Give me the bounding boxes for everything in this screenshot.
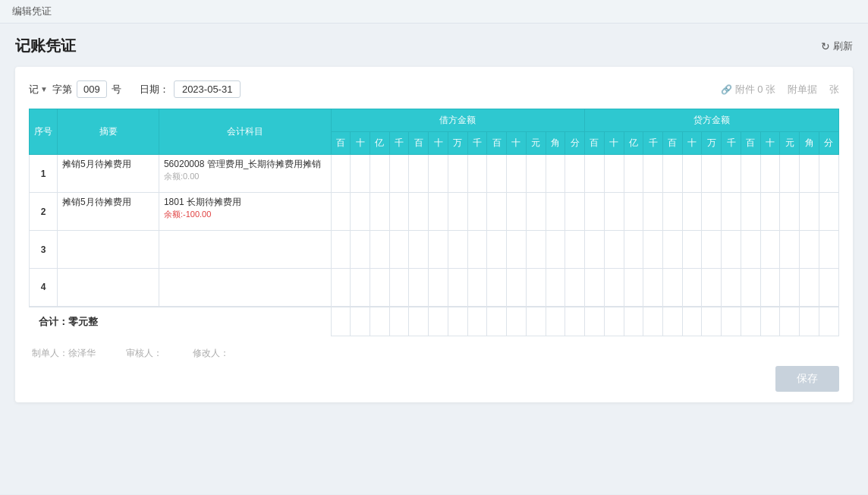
row-abstract-3[interactable]: [58, 269, 159, 307]
debit-digit-r2-c7[interactable]: [467, 231, 487, 269]
debit-digit-r3-c7[interactable]: [467, 269, 487, 307]
credit-digit-r2-c3[interactable]: [643, 231, 663, 269]
credit-digit-r1-c11[interactable]: [800, 193, 819, 231]
credit-digit-r3-c3[interactable]: [643, 269, 663, 307]
credit-digit-r1-c12[interactable]: [819, 193, 838, 231]
debit-digit-r3-c5[interactable]: [429, 269, 448, 307]
debit-digit-r2-c12[interactable]: [565, 231, 585, 269]
attach-form-label[interactable]: 附单据: [788, 83, 817, 96]
debit-digit-r0-c1[interactable]: [351, 155, 370, 193]
debit-digit-r0-c7[interactable]: [467, 155, 487, 193]
save-button[interactable]: 保存: [775, 366, 839, 392]
credit-digit-r3-c6[interactable]: [702, 269, 722, 307]
credit-digit-r0-c3[interactable]: [643, 155, 663, 193]
credit-digit-r1-c5[interactable]: [682, 193, 702, 231]
refresh-button[interactable]: ↻ 刷新: [821, 39, 853, 53]
credit-digit-r0-c12[interactable]: [819, 155, 838, 193]
credit-digit-r0-c7[interactable]: [722, 155, 741, 193]
debit-digit-r1-c7[interactable]: [467, 193, 487, 231]
debit-digit-r1-c8[interactable]: [487, 193, 507, 231]
credit-digit-r2-c11[interactable]: [800, 231, 819, 269]
credit-digit-r1-c3[interactable]: [643, 193, 663, 231]
row-abstract-1[interactable]: 摊销5月待摊费用: [58, 193, 159, 231]
debit-digit-r3-c2[interactable]: [370, 269, 389, 307]
credit-digit-r3-c5[interactable]: [682, 269, 702, 307]
debit-digit-r3-c11[interactable]: [546, 269, 565, 307]
debit-digit-r1-c0[interactable]: [331, 193, 351, 231]
credit-digit-r1-c7[interactable]: [722, 193, 741, 231]
debit-digit-r1-c2[interactable]: [370, 193, 389, 231]
debit-digit-r2-c3[interactable]: [389, 231, 409, 269]
debit-digit-r2-c11[interactable]: [546, 231, 565, 269]
debit-digit-r1-c9[interactable]: [507, 193, 527, 231]
voucher-type-select[interactable]: 记 ▼: [29, 83, 48, 96]
debit-digit-r0-c8[interactable]: [487, 155, 507, 193]
credit-digit-r2-c8[interactable]: [741, 231, 760, 269]
credit-digit-r3-c0[interactable]: [585, 269, 605, 307]
credit-digit-r3-c10[interactable]: [780, 269, 800, 307]
credit-digit-r1-c2[interactable]: [624, 193, 643, 231]
debit-digit-r1-c1[interactable]: [351, 193, 370, 231]
debit-digit-r3-c0[interactable]: [331, 269, 351, 307]
debit-digit-r2-c4[interactable]: [409, 231, 429, 269]
debit-digit-r0-c12[interactable]: [565, 155, 585, 193]
credit-digit-r2-c12[interactable]: [819, 231, 838, 269]
credit-digit-r0-c10[interactable]: [780, 155, 800, 193]
credit-digit-r2-c9[interactable]: [760, 231, 780, 269]
debit-digit-r3-c6[interactable]: [448, 269, 467, 307]
debit-digit-r0-c10[interactable]: [526, 155, 546, 193]
row-account-2[interactable]: [159, 231, 331, 269]
debit-digit-r1-c5[interactable]: [429, 193, 448, 231]
credit-digit-r2-c7[interactable]: [722, 231, 741, 269]
credit-digit-r3-c4[interactable]: [663, 269, 683, 307]
debit-digit-r2-c1[interactable]: [351, 231, 370, 269]
row-abstract-0[interactable]: 摊销5月待摊费用: [58, 155, 159, 193]
credit-digit-r2-c4[interactable]: [663, 231, 683, 269]
debit-digit-r1-c10[interactable]: [526, 193, 546, 231]
credit-digit-r0-c5[interactable]: [682, 155, 702, 193]
debit-digit-r2-c6[interactable]: [448, 231, 467, 269]
credit-digit-r0-c11[interactable]: [800, 155, 819, 193]
credit-digit-r1-c9[interactable]: [760, 193, 780, 231]
credit-digit-r2-c5[interactable]: [682, 231, 702, 269]
debit-digit-r1-c3[interactable]: [389, 193, 409, 231]
debit-digit-r0-c9[interactable]: [507, 155, 527, 193]
credit-digit-r0-c8[interactable]: [741, 155, 760, 193]
credit-digit-r2-c2[interactable]: [624, 231, 643, 269]
debit-digit-r3-c4[interactable]: [409, 269, 429, 307]
credit-digit-r2-c6[interactable]: [702, 231, 722, 269]
credit-digit-r1-c1[interactable]: [604, 193, 624, 231]
debit-digit-r0-c6[interactable]: [448, 155, 467, 193]
row-account-3[interactable]: [159, 269, 331, 307]
credit-digit-r3-c2[interactable]: [624, 269, 643, 307]
credit-digit-r3-c9[interactable]: [760, 269, 780, 307]
debit-digit-r1-c12[interactable]: [565, 193, 585, 231]
credit-digit-r0-c9[interactable]: [760, 155, 780, 193]
debit-digit-r0-c4[interactable]: [409, 155, 429, 193]
debit-digit-r2-c10[interactable]: [526, 231, 546, 269]
credit-digit-r0-c6[interactable]: [702, 155, 722, 193]
credit-digit-r3-c11[interactable]: [800, 269, 819, 307]
debit-digit-r1-c6[interactable]: [448, 193, 467, 231]
credit-digit-r1-c0[interactable]: [585, 193, 605, 231]
debit-digit-r0-c11[interactable]: [546, 155, 565, 193]
debit-digit-r3-c10[interactable]: [526, 269, 546, 307]
credit-digit-r0-c2[interactable]: [624, 155, 643, 193]
debit-digit-r0-c3[interactable]: [389, 155, 409, 193]
debit-digit-r3-c3[interactable]: [389, 269, 409, 307]
debit-digit-r3-c9[interactable]: [507, 269, 527, 307]
credit-digit-r2-c1[interactable]: [604, 231, 624, 269]
debit-digit-r0-c5[interactable]: [429, 155, 448, 193]
credit-digit-r1-c8[interactable]: [741, 193, 760, 231]
debit-digit-r2-c5[interactable]: [429, 231, 448, 269]
debit-digit-r1-c4[interactable]: [409, 193, 429, 231]
debit-digit-r2-c0[interactable]: [331, 231, 351, 269]
debit-digit-r1-c11[interactable]: [546, 193, 565, 231]
credit-digit-r1-c4[interactable]: [663, 193, 683, 231]
debit-digit-r2-c2[interactable]: [370, 231, 389, 269]
debit-digit-r2-c9[interactable]: [507, 231, 527, 269]
debit-digit-r3-c8[interactable]: [487, 269, 507, 307]
credit-digit-r2-c0[interactable]: [585, 231, 605, 269]
debit-digit-r3-c1[interactable]: [351, 269, 370, 307]
debit-digit-r2-c8[interactable]: [487, 231, 507, 269]
